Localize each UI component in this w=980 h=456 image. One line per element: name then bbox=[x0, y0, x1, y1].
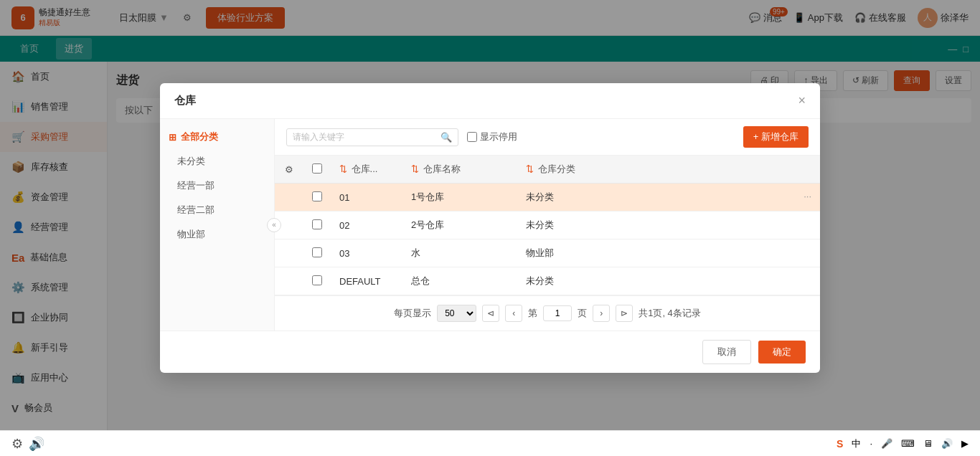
volume-icon[interactable]: 🔊 bbox=[941, 438, 953, 449]
row1-name: 1号仓库 bbox=[402, 184, 517, 212]
row3-checkbox[interactable] bbox=[312, 247, 322, 257]
row1-category: 未分类 ··· bbox=[517, 184, 820, 212]
show-disabled-checkbox[interactable]: 显示停用 bbox=[467, 130, 517, 143]
row4-name: 总仓 bbox=[402, 267, 517, 295]
table-row[interactable]: 03 水 物业部 bbox=[275, 239, 820, 267]
row3-code: 03 bbox=[331, 239, 402, 267]
modal-title: 仓库 bbox=[174, 94, 196, 108]
mic-icon[interactable]: 🎤 bbox=[881, 438, 892, 449]
row2-checkbox-cell bbox=[303, 212, 331, 239]
col-category: ⇅ 仓库分类 bbox=[517, 156, 820, 184]
category-item-ops2[interactable]: 经营二部 bbox=[160, 198, 274, 222]
category-item-property[interactable]: 物业部 bbox=[160, 222, 274, 247]
monitor-icon[interactable]: 🖥 bbox=[923, 438, 933, 449]
page-size-select[interactable]: 50 10 20 100 bbox=[437, 305, 476, 322]
table-row[interactable]: DEFAULT 总仓 未分类 bbox=[275, 267, 820, 295]
name-sort-icon: ⇅ bbox=[411, 163, 419, 174]
play-icon[interactable]: ▶ bbox=[961, 438, 969, 449]
ime-chinese[interactable]: 中 bbox=[852, 437, 861, 450]
bottom-right: S 中 · 🎤 ⌨ 🖥 🔊 ▶ bbox=[837, 437, 969, 450]
row2-category: 未分类 bbox=[517, 212, 820, 239]
code-sort-icon: ⇅ bbox=[339, 163, 347, 174]
collapse-panel-button[interactable]: « bbox=[267, 218, 281, 232]
page-size-label: 每页显示 bbox=[394, 307, 431, 320]
modal-header: 仓库 × bbox=[160, 83, 820, 119]
grid-icon: ⊞ bbox=[169, 132, 176, 143]
modal-body: ⊞ 全部分类 未分类 经营一部 经营二部 物业部 « 🔍 bbox=[160, 119, 820, 331]
all-category-label: 全部分类 bbox=[181, 130, 218, 143]
row3-name: 水 bbox=[402, 239, 517, 267]
row3-category: 物业部 bbox=[517, 239, 820, 267]
row4-checkbox[interactable] bbox=[312, 275, 322, 285]
table-panel: 🔍 显示停用 + 新增仓库 ⚙ bbox=[275, 119, 820, 331]
row1-checkbox-cell bbox=[303, 184, 331, 212]
warehouse-data-table: ⚙ ⇅ 仓库... ⇅ 仓库名称 bbox=[275, 156, 820, 295]
warehouse-table: ⚙ ⇅ 仓库... ⇅ 仓库名称 bbox=[275, 156, 820, 295]
select-all-checkbox[interactable] bbox=[312, 163, 322, 174]
row1-code: 01 bbox=[331, 184, 402, 212]
modal-footer: 取消 确定 bbox=[160, 331, 820, 373]
row3-settings bbox=[275, 239, 303, 267]
bottom-bar: ⚙ 🔊 S 中 · 🎤 ⌨ 🖥 🔊 ▶ bbox=[0, 430, 980, 456]
last-page-button[interactable]: ⊳ bbox=[616, 305, 633, 322]
first-page-button[interactable]: ⊲ bbox=[482, 305, 499, 322]
row2-name: 2号仓库 bbox=[402, 212, 517, 239]
category-sort-icon: ⇅ bbox=[526, 163, 534, 174]
search-icon: 🔍 bbox=[440, 132, 452, 143]
row4-settings bbox=[275, 267, 303, 295]
row3-checkbox-cell bbox=[303, 239, 331, 267]
page-suffix: 页 bbox=[578, 307, 587, 320]
row4-checkbox-cell bbox=[303, 267, 331, 295]
confirm-button[interactable]: 确定 bbox=[758, 341, 806, 364]
warehouse-modal: 仓库 × ⊞ 全部分类 未分类 经营一部 经营二部 物业部 « bbox=[160, 83, 820, 373]
new-warehouse-button[interactable]: + 新增仓库 bbox=[743, 126, 809, 148]
row1-more-btn[interactable]: ··· bbox=[804, 191, 811, 201]
prev-page-button[interactable]: ‹ bbox=[505, 305, 522, 322]
row4-category: 未分类 bbox=[517, 267, 820, 295]
col-checkbox bbox=[303, 156, 331, 184]
table-toolbar: 🔍 显示停用 + 新增仓库 bbox=[275, 119, 820, 156]
current-page-input[interactable] bbox=[543, 305, 572, 321]
next-page-button[interactable]: › bbox=[593, 305, 610, 322]
show-disabled-label: 显示停用 bbox=[480, 130, 517, 143]
all-category-item[interactable]: ⊞ 全部分类 bbox=[160, 125, 274, 149]
modal-overlay: 仓库 × ⊞ 全部分类 未分类 经营一部 经营二部 物业部 « bbox=[0, 0, 980, 456]
search-input-wrap: 🔍 bbox=[286, 128, 458, 146]
bottom-left: ⚙ 🔊 bbox=[11, 436, 44, 452]
keyboard-icon[interactable]: ⌨ bbox=[901, 438, 915, 449]
col-code: ⇅ 仓库... bbox=[331, 156, 402, 184]
row2-code: 02 bbox=[331, 212, 402, 239]
pagination: 每页显示 50 10 20 100 ⊲ ‹ 第 页 › ⊳ 共1页, 4条记录 bbox=[275, 295, 820, 331]
ime-dot: · bbox=[870, 438, 872, 449]
bottom-sound-icon[interactable]: 🔊 bbox=[29, 436, 44, 452]
search-input[interactable] bbox=[293, 132, 436, 142]
row4-code: DEFAULT bbox=[331, 267, 402, 295]
modal-close-button[interactable]: × bbox=[798, 93, 806, 108]
row1-settings bbox=[275, 184, 303, 212]
show-disabled-input[interactable] bbox=[467, 132, 477, 142]
category-item-ops1[interactable]: 经营一部 bbox=[160, 174, 274, 198]
row2-checkbox[interactable] bbox=[312, 219, 322, 229]
category-item-unclassified[interactable]: 未分类 bbox=[160, 149, 274, 174]
table-row[interactable]: 01 1号仓库 未分类 ··· bbox=[275, 184, 820, 212]
row1-checkbox[interactable] bbox=[312, 191, 322, 201]
category-panel: ⊞ 全部分类 未分类 经营一部 经营二部 物业部 « bbox=[160, 119, 275, 331]
col-name: ⇅ 仓库名称 bbox=[402, 156, 517, 184]
bottom-settings-icon[interactable]: ⚙ bbox=[11, 436, 23, 452]
cancel-button[interactable]: 取消 bbox=[702, 340, 751, 364]
brand-watermark: S bbox=[837, 438, 843, 450]
page-label: 第 bbox=[528, 307, 537, 320]
total-records-label: 共1页, 4条记录 bbox=[639, 307, 701, 320]
col-settings: ⚙ bbox=[275, 156, 303, 184]
table-row[interactable]: 02 2号仓库 未分类 bbox=[275, 212, 820, 239]
